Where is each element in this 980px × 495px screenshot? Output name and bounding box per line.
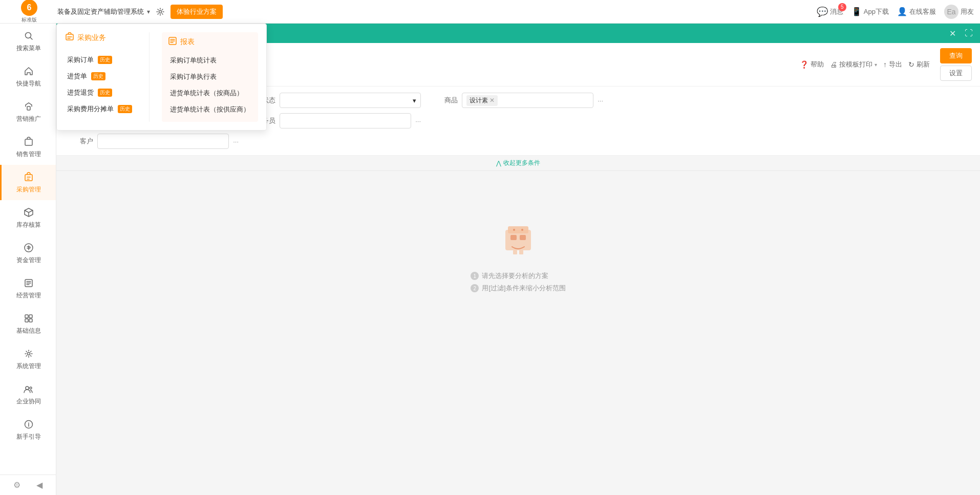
dropdown-item-goods-receipt[interactable]: 进货单 历史: [65, 68, 137, 84]
online-service-label: 在线客服: [909, 7, 936, 16]
dropdown-item-goods-stat-by-supplier[interactable]: 进货单统计表（按供应商）: [168, 101, 252, 118]
message-btn[interactable]: 💬 5 消息: [817, 6, 843, 17]
sidebar-item-inventory[interactable]: 库存核算: [0, 200, 56, 235]
goods-more-btn[interactable]: ···: [598, 97, 603, 104]
marketing-icon: [23, 100, 35, 113]
online-service-btn[interactable]: 👤 在线客服: [897, 7, 936, 16]
purchase-col: 采购业务 采购订单 历史 进货单 历史 进货退货 历史 采购费用分摊单 历史: [65, 32, 137, 122]
sidebar-item-enterprise[interactable]: 企业协同: [0, 377, 56, 412]
purchase-col-title: 采购业务: [65, 32, 137, 47]
query-btn[interactable]: 查询: [940, 48, 972, 63]
svg-rect-2: [27, 106, 30, 110]
sidebar-item-finance-label: 资金管理: [16, 256, 41, 265]
voucher-status-select[interactable]: ▾: [280, 93, 421, 108]
collapse-label: 收起更多条件: [503, 159, 540, 167]
svg-rect-16: [520, 235, 526, 240]
sidebar-item-search[interactable]: 搜索菜单: [0, 24, 56, 59]
operations-icon: [23, 277, 35, 289]
sidebar-item-basic-info[interactable]: 基础信息: [0, 306, 56, 341]
inventory-icon: [23, 206, 35, 219]
salesman-more-btn[interactable]: ···: [415, 117, 421, 125]
dropdown-item-purchase-order[interactable]: 采购订单 历史: [65, 52, 137, 68]
voucher-status-filter: 单据状态 ▾: [247, 93, 421, 108]
refresh-icon: ↻: [908, 60, 914, 69]
help-btn[interactable]: ❓ 帮助: [800, 60, 824, 69]
enterprise-icon: [23, 383, 35, 395]
sidebar-item-marketing-label: 营销推广: [16, 115, 41, 123]
print-btn[interactable]: 🖨 按模板打印 ▾: [830, 60, 877, 69]
user-avatar[interactable]: Ea 用友: [944, 5, 974, 19]
svg-rect-17: [508, 226, 528, 233]
collapse-bar[interactable]: ⋀ 收起更多条件: [56, 156, 980, 171]
goods-tag-close[interactable]: ✕: [489, 97, 495, 104]
empty-tip-1: 1 请先选择要分析的方案: [471, 271, 565, 281]
collapse-text: ⋀ 收起更多条件: [496, 159, 540, 167]
svg-rect-7: [29, 315, 32, 318]
dropdown-item-purchase-order-stat[interactable]: 采购订单统计表: [168, 52, 252, 69]
print-dropdown-icon[interactable]: ▾: [875, 62, 877, 68]
salesman-filter: 业务员 ···: [247, 113, 421, 128]
dropdown-item-goods-stat-by-goods[interactable]: 进货单统计表（按商品）: [168, 85, 252, 101]
customer-more-btn[interactable]: ···: [233, 138, 239, 145]
app-download-btn[interactable]: 📱 App下载: [851, 7, 889, 16]
sidebar-item-guide-label: 新手引导: [16, 433, 41, 441]
collapse-up-icon: ⋀: [496, 160, 501, 167]
svg-rect-3: [25, 139, 32, 145]
sidebar-collapse-btn[interactable]: ◀: [36, 480, 42, 490]
tab-expand-btn[interactable]: ⛶: [962, 26, 976, 40]
svg-rect-21: [519, 250, 523, 254]
export-label: 导出: [889, 60, 902, 69]
sidebar-item-guide[interactable]: 新手引导: [0, 412, 56, 447]
goods-label: 商品: [429, 96, 458, 105]
filter-row-3: 客户 ···: [65, 134, 972, 149]
export-btn[interactable]: ↑ 导出: [883, 60, 902, 69]
sidebar-item-enterprise-label: 企业协同: [16, 397, 41, 406]
empty-tip-2: 2 用[过滤]条件来缩小分析范围: [471, 284, 565, 293]
dropdown-menu: 采购业务 采购订单 历史 进货单 历史 进货退货 历史 采购费用分摊单 历史 报…: [56, 24, 267, 131]
settings-btn[interactable]: 设置: [940, 66, 972, 81]
system-settings-btn[interactable]: [153, 5, 167, 19]
sidebar-item-operations[interactable]: 经营管理: [0, 271, 56, 306]
report-col: 报表 采购订单统计表 采购订单执行表 进货单统计表（按商品） 进货单统计表（按供…: [162, 32, 258, 122]
history-badge-purchase-expense: 历史: [118, 105, 132, 113]
svg-rect-6: [25, 315, 28, 318]
purchase-col-icon: [65, 32, 74, 44]
refresh-btn[interactable]: ↻ 刷新: [908, 60, 930, 69]
sidebar-item-sales-label: 销售管理: [16, 150, 41, 159]
sidebar-settings-btn[interactable]: ⚙: [13, 480, 20, 490]
customer-select[interactable]: [97, 134, 229, 149]
report-col-title: 报表: [168, 36, 252, 47]
dropdown-item-purchase-order-exec[interactable]: 采购订单执行表: [168, 69, 252, 85]
experience-btn[interactable]: 体验行业方案: [171, 5, 223, 19]
purchase-order-label: 采购订单: [67, 55, 94, 64]
sidebar-item-system-label: 系统管理: [16, 362, 41, 371]
system-dropdown-btn[interactable]: ▾: [147, 8, 150, 15]
svg-point-0: [159, 10, 162, 13]
report-col-icon: [168, 36, 177, 47]
svg-rect-8: [25, 319, 28, 322]
history-badge-goods-return: 历史: [98, 89, 112, 97]
sidebar-item-purchase[interactable]: 采购管理: [0, 165, 56, 200]
sidebar-item-finance[interactable]: 资金管理: [0, 235, 56, 271]
tab-close-window-btn[interactable]: ✕: [945, 26, 960, 40]
sidebar-item-marketing[interactable]: 营销推广: [0, 94, 56, 130]
svg-point-18: [513, 229, 515, 231]
goods-select[interactable]: 设计素 ✕: [462, 93, 593, 108]
user-label: 用友: [961, 7, 974, 16]
message-badge: 5: [838, 3, 846, 11]
print-icon: 🖨: [830, 60, 837, 69]
salesman-select[interactable]: [280, 113, 411, 128]
svg-rect-4: [25, 175, 32, 181]
sidebar-item-system[interactable]: 系统管理: [0, 341, 56, 377]
print-label: 按模板打印: [839, 60, 872, 69]
app-logo: 6 标准版: [6, 0, 52, 24]
system-title-area: 装备及固定资产辅助管理系统 ▾ 体验行业方案: [57, 5, 223, 19]
goods-filter: 商品 设计素 ✕ ···: [429, 93, 603, 108]
refresh-label: 刷新: [917, 60, 930, 69]
purchase-expense-label: 采购费用分摊单: [67, 104, 114, 114]
tip-num-2: 2: [471, 284, 479, 292]
sidebar-item-sales[interactable]: 销售管理: [0, 130, 56, 165]
dropdown-item-purchase-expense[interactable]: 采购费用分摊单 历史: [65, 101, 137, 117]
dropdown-item-goods-return[interactable]: 进货退货 历史: [65, 84, 137, 101]
sidebar-item-quick-nav[interactable]: 快捷导航: [0, 59, 56, 94]
